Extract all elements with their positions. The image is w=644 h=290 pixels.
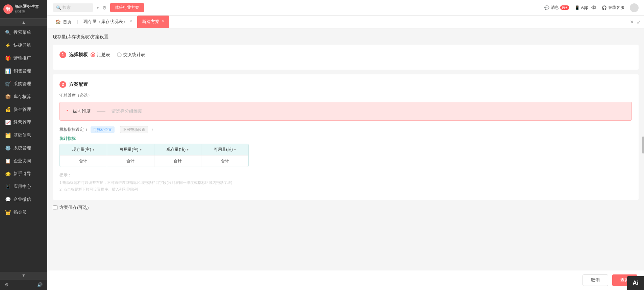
sidebar-item-label: 系统管理 (14, 145, 31, 151)
stats-col-0[interactable]: 现存量(主) ▾ (60, 144, 107, 155)
sidebar-item-finance[interactable]: 💰 资金管理 (0, 103, 47, 116)
message-badge: 99+ (560, 5, 569, 10)
step1-card: 1 选择模板 汇总表 交叉统计表 (53, 45, 639, 70)
main-area: 🔍 搜索 ▾ ⚙ 体验行业方案 💬 消息 99+ 📱 App下载 🎧 在线客服 (47, 0, 644, 290)
save-checkbox[interactable] (53, 205, 57, 210)
radio-cross[interactable]: 交叉统计表 (117, 52, 145, 58)
topbar-right: 💬 消息 99+ 📱 App下载 🎧 在线客服 (544, 3, 639, 12)
radio-summary[interactable]: 汇总表 (91, 52, 110, 58)
sidebar-item-operations[interactable]: 📈 经营管理 (0, 116, 47, 129)
sidebar-item-label: 经营管理 (14, 119, 31, 125)
user-avatar[interactable] (630, 3, 639, 12)
sidebar-item-system[interactable]: ⚙️ 系统管理 (0, 142, 47, 154)
tab-new-plan-close[interactable]: ✕ (162, 19, 165, 24)
message-item[interactable]: 💬 消息 99+ (544, 5, 569, 10)
sidebar-item-apps[interactable]: 📱 应用中心 (0, 180, 47, 193)
tabs-bar: 🏠 首页 | 现存量（库存状况表） ✕ 新建方案 ✕ ✕ ⤢ (47, 16, 644, 28)
tab-home[interactable]: 🏠 首页 (51, 16, 76, 28)
sidebar-item-label: 企业协同 (14, 158, 31, 164)
sound-icon[interactable]: 🔊 (37, 282, 43, 287)
industry-solution-button[interactable]: 体验行业方案 (110, 3, 144, 12)
window-close-icon[interactable]: ✕ (630, 19, 634, 25)
stats-col-3[interactable]: 可用量(辅) ▾ (201, 144, 248, 155)
col-0-dropdown[interactable]: ▾ (93, 148, 94, 151)
chart-icon: 📊 (5, 68, 11, 74)
sidebar-item-agreement[interactable]: 📋 企业协同 (0, 154, 47, 167)
headset-icon: 🎧 (602, 5, 607, 10)
search-icon: 🔍 (5, 29, 11, 35)
step2-header: 2 方案配置 (59, 81, 632, 88)
doc-icon: 📋 (5, 158, 11, 164)
logo-text: 畅康通好生意 标准版 (15, 4, 39, 14)
message-icon: 💬 (544, 5, 549, 10)
sidebar-item-sales[interactable]: 📊 销售管理 (0, 65, 47, 77)
col-2-dropdown[interactable]: ▾ (187, 148, 189, 151)
search-icon: 🔍 (56, 5, 61, 10)
topbar-gear-icon[interactable]: ⚙ (102, 5, 107, 10)
sidebar-item-label: 库存核算 (14, 94, 31, 100)
sidebar-item-member[interactable]: 👑 畅会员 (0, 206, 47, 219)
step2-card: 2 方案配置 汇总维度（必选） * 纵向维度 —— 请选择分组维度 模板指标设定… (53, 74, 639, 200)
sidebar-nav: 🔍 搜索菜单 ⚡ 快捷导航 🎁 营销推广 📊 销售管理 🛒 采购管理 📦 库存核… (0, 26, 47, 272)
sidebar-item-marketing[interactable]: 🎁 营销推广 (0, 52, 47, 65)
sidebar-item-label: 搜索菜单 (14, 29, 31, 35)
hint-item-1: 2. 点击标题栏下拉可设置排序、插入列和删除列 (59, 186, 632, 193)
stats-cell-3: 合计 (201, 155, 248, 167)
gear-icon: ⚙️ (5, 145, 11, 151)
sidebar-item-inventory[interactable]: 📦 库存核算 (0, 90, 47, 103)
sidebar-item-search[interactable]: 🔍 搜索菜单 (0, 26, 47, 39)
required-star: * (67, 109, 68, 114)
no-drag-position-tag: 不可拖动位置 (120, 126, 148, 133)
topbar-dropdown-icon[interactable]: ▾ (97, 5, 99, 10)
app-download-item[interactable]: 📱 App下载 (575, 5, 596, 10)
step2-label: 方案配置 (69, 81, 88, 88)
ai-button[interactable]: Ai (627, 276, 644, 290)
trend-icon: 📈 (5, 119, 11, 125)
topbar-left: 🔍 搜索 ▾ ⚙ 体验行业方案 (53, 3, 144, 12)
radio-summary-dot (91, 52, 95, 57)
dim-placeholder: 请选择分组维度 (112, 108, 142, 114)
cart-icon: 🛒 (5, 81, 11, 87)
sidebar-item-wechat[interactable]: 💬 企业微信 (0, 193, 47, 206)
stats-col-2[interactable]: 现存量(辅) ▾ (154, 144, 202, 155)
template-radio-group: 汇总表 交叉统计表 (91, 52, 145, 58)
sidebar-item-label: 基础信息 (14, 132, 31, 138)
col-1-dropdown[interactable]: ▾ (140, 148, 142, 151)
window-expand-icon[interactable]: ⤢ (637, 19, 641, 25)
step2-num: 2 (59, 81, 66, 88)
online-service-item[interactable]: 🎧 在线客服 (602, 5, 624, 10)
sidebar-item-shortcut[interactable]: ⚡ 快捷导航 (0, 39, 47, 52)
sidebar-item-label: 营销推广 (14, 55, 31, 61)
save-option-label: 方案保存(可选) (59, 204, 89, 211)
step1-label: 选择模板 (69, 52, 88, 58)
chat-icon: 💬 (5, 196, 11, 202)
sidebar-item-basic[interactable]: 🗂️ 基础信息 (0, 129, 47, 142)
mobile-icon: 📱 (5, 184, 11, 190)
col-3-dropdown[interactable]: ▾ (234, 148, 236, 151)
tab-inventory[interactable]: 现存量（库存状况表） ✕ (79, 16, 137, 28)
sidebar-item-label: 企业微信 (14, 196, 31, 202)
stats-table: 现存量(主) ▾ 可用量(主) ▾ 现存量(辅) ▾ 可用量(辅) (59, 144, 249, 167)
sidebar-item-purchase[interactable]: 🛒 采购管理 (0, 77, 47, 90)
sidebar-item-guide[interactable]: 🌟 新手引导 (0, 167, 47, 180)
drag-position-tag: 可拖动位置 (91, 126, 115, 133)
vertical-dim-area[interactable]: * 纵向维度 —— 请选择分组维度 (59, 102, 632, 121)
tab-inventory-close[interactable]: ✕ (129, 19, 132, 24)
home-icon: 🏠 (55, 19, 61, 24)
stats-table-header: 现存量(主) ▾ 可用量(主) ▾ 现存量(辅) ▾ 可用量(辅) (60, 144, 248, 155)
folder-icon: 🗂️ (5, 132, 11, 138)
star-icon: 🌟 (5, 171, 11, 177)
sidebar-scroll-down[interactable]: ▼ (0, 272, 47, 279)
stats-col-1[interactable]: 可用量(主) ▾ (107, 144, 154, 155)
tab-new-plan[interactable]: 新建方案 ✕ (137, 16, 169, 28)
topbar-search[interactable]: 🔍 搜索 (53, 3, 93, 12)
settings-icon[interactable]: ⚙ (5, 282, 9, 287)
app-logo: 畅 畅康通好生意 标准版 (0, 0, 47, 19)
indicator-config-area: 统计指标 现存量(主) ▾ 可用量(主) ▾ 现存量(辅) ▾ (59, 136, 632, 167)
sidebar-item-label: 销售管理 (14, 68, 31, 74)
sidebar-scroll-up[interactable]: ▲ (0, 19, 47, 26)
page-title: 现存量(库存状况表)方案设置 (53, 34, 639, 40)
right-drag-handle[interactable] (642, 137, 644, 153)
step1-num: 1 (59, 51, 66, 58)
cancel-button[interactable]: 取消 (583, 274, 608, 286)
